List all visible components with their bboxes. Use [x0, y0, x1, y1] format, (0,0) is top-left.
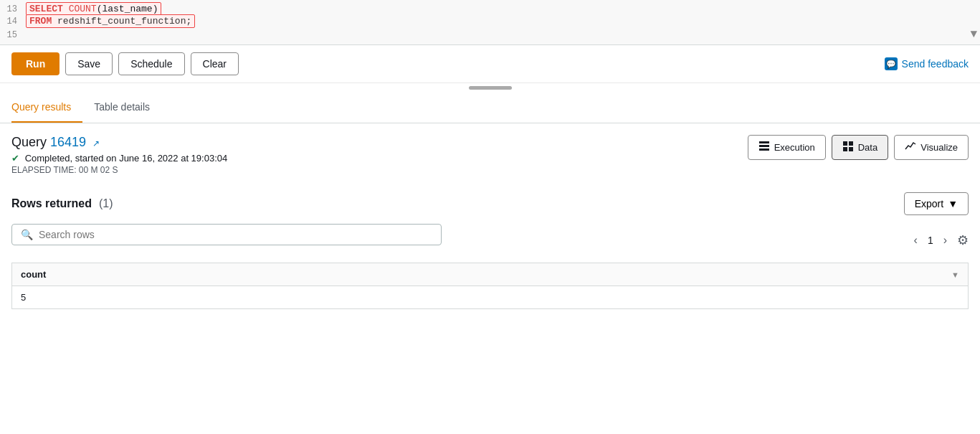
- search-icon: 🔍: [21, 229, 33, 240]
- query-id[interactable]: 16419: [50, 135, 86, 149]
- export-button[interactable]: Export ▼: [904, 192, 969, 215]
- action-buttons: Execution Data Visualize: [748, 135, 969, 160]
- svg-rect-4: [849, 141, 853, 146]
- results-area: Query 16419 ↗ ✔ Completed, started on Ju…: [0, 123, 980, 321]
- run-button[interactable]: Run: [11, 52, 60, 75]
- line-number-13: 13: [0, 4, 26, 14]
- rows-header: Rows returned (1) Export ▼: [11, 184, 969, 215]
- svg-rect-5: [843, 147, 847, 151]
- svg-rect-3: [843, 141, 847, 146]
- svg-rect-2: [759, 148, 769, 151]
- code-editor[interactable]: 13 SELECT COUNT(last_name) 14 FROM redsh…: [0, 0, 980, 45]
- table-icon: [758, 141, 770, 154]
- table-header-row: count ▼: [12, 263, 969, 286]
- count-cell: 5: [12, 286, 969, 309]
- svg-rect-1: [759, 145, 769, 147]
- next-page-button[interactable]: ›: [939, 232, 951, 248]
- code-highlighted-block-2: FROM redshift_count_function;: [26, 14, 195, 28]
- visualize-button[interactable]: Visualize: [894, 135, 969, 160]
- toolbar: Run Save Schedule Clear 💬 Send feedback: [0, 45, 980, 83]
- rows-label-area: Rows returned (1): [11, 197, 113, 210]
- clear-button[interactable]: Clear: [191, 52, 239, 75]
- external-link-icon[interactable]: ↗: [92, 138, 100, 148]
- feedback-icon: 💬: [885, 57, 898, 70]
- sort-icon[interactable]: ▼: [951, 270, 959, 279]
- line-number-15: 15: [0, 30, 26, 40]
- line-number-14: 14: [0, 16, 26, 27]
- tabs-bar: Query results Table details: [0, 93, 980, 123]
- query-title-label: Query 16419 ↗: [11, 135, 100, 149]
- save-button[interactable]: Save: [65, 52, 113, 75]
- prev-page-button[interactable]: ‹: [910, 232, 922, 248]
- column-header-count: count ▼: [12, 263, 969, 286]
- code-line-15: 15 ▼: [0, 27, 980, 42]
- page-number: 1: [928, 235, 933, 246]
- schedule-button[interactable]: Schedule: [118, 52, 184, 75]
- dropdown-arrow-icon: ▼: [948, 198, 958, 209]
- svg-rect-6: [849, 147, 853, 151]
- pagination-controls: ‹ 1 › ⚙: [910, 232, 969, 248]
- data-button[interactable]: Data: [832, 135, 888, 160]
- divider-pill: [469, 86, 512, 90]
- tab-table-details[interactable]: Table details: [82, 93, 161, 123]
- query-title-row: Query 16419 ↗: [11, 135, 227, 150]
- query-status: ✔ Completed, started on June 16, 2022 at…: [11, 153, 227, 164]
- table-row: 5: [12, 286, 969, 309]
- settings-button[interactable]: ⚙: [957, 232, 969, 248]
- execution-button[interactable]: Execution: [748, 135, 826, 160]
- rows-count: (1): [99, 197, 113, 209]
- tab-query-results[interactable]: Query results: [11, 93, 82, 123]
- grid-icon: [842, 141, 854, 154]
- status-check-icon: ✔: [11, 153, 19, 164]
- svg-rect-0: [759, 141, 769, 143]
- divider-handle[interactable]: [0, 83, 980, 93]
- code-line-13: 13 SELECT COUNT(last_name): [0, 3, 980, 15]
- elapsed-time: ELAPSED TIME: 00 m 02 s: [11, 165, 227, 175]
- chart-icon: [905, 141, 916, 154]
- send-feedback-link[interactable]: 💬 Send feedback: [885, 57, 969, 70]
- data-table: count ▼ 5: [11, 263, 969, 309]
- search-input[interactable]: [39, 229, 432, 240]
- search-bar[interactable]: 🔍: [11, 224, 442, 245]
- rows-returned-label: Rows returned: [11, 197, 92, 209]
- search-pagination-row: 🔍 ‹ 1 › ⚙: [11, 224, 969, 257]
- query-header: Query 16419 ↗ ✔ Completed, started on Ju…: [11, 135, 969, 175]
- code-line-14: 14 FROM redshift_count_function;: [0, 15, 980, 27]
- query-info: Query 16419 ↗ ✔ Completed, started on Ju…: [11, 135, 227, 175]
- send-feedback-label: Send feedback: [902, 58, 969, 70]
